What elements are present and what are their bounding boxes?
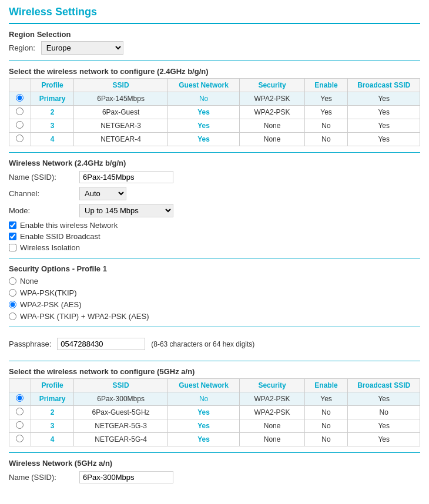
radio-cell[interactable] [9, 392, 31, 406]
col-profile-24: Profile [31, 79, 74, 92]
security-cell: WPA2-PSK [240, 92, 304, 106]
ssid-cell: 6Pax-300Mbps [74, 392, 167, 406]
profile-cell: Primary [31, 392, 74, 406]
col-profile-5: Profile [31, 379, 74, 392]
ssid-name-input[interactable] [79, 171, 173, 183]
radio-cell[interactable] [9, 419, 31, 433]
security-cell: None [240, 119, 304, 133]
radio-cell[interactable] [9, 433, 31, 446]
region-select[interactable]: Europe North America Asia Australia [41, 41, 123, 55]
profile-cell: 2 [31, 106, 74, 119]
broadcast-cell: Yes [348, 392, 420, 406]
top-divider [9, 23, 420, 24]
region-field-label: Region: [9, 43, 35, 52]
security-section: Security Options - Profile 1 None WPA-PS… [9, 264, 420, 321]
wn-5-title: Wireless Network (5GHz a/n) [9, 459, 420, 468]
ssid-cell: NETGEAR-5G-3 [74, 419, 167, 433]
broadcast-cell: Yes [348, 92, 420, 106]
profile-radio[interactable] [16, 421, 24, 429]
table-5ghz: Profile SSID Guest Network Security Enab… [9, 378, 420, 446]
region-row: Region: Europe North America Asia Austra… [9, 41, 420, 55]
channel-select[interactable]: Auto 1234 5678 91011 [79, 187, 126, 200]
table-row: 2 6Pax-Guest-5GHz Yes WPA2-PSK No No [9, 406, 420, 419]
passphrase-row: Passphrase: (8-63 characters or 64 hex d… [9, 338, 420, 350]
radio-cell[interactable] [9, 133, 31, 146]
wireless-network-5-section: Wireless Network (5GHz a/n) Name (SSID): [9, 459, 420, 483]
region-section-label: Region Selection [9, 30, 420, 39]
security-option-wpa: WPA-PSK(TKIP) [9, 288, 420, 297]
radio-cell[interactable] [9, 92, 31, 106]
enable-cell: No [304, 433, 348, 446]
section-divider-5 [9, 361, 420, 361]
mode-select[interactable]: Up to 54 Mbps Up to 145 Mbps Up to 300 M… [79, 204, 173, 217]
table-5ghz-header: Select the wireless network to configure… [9, 367, 420, 376]
ssid-name-label: Name (SSID): [9, 173, 79, 182]
ssid-5-name-input[interactable] [79, 471, 173, 483]
profile-radio[interactable] [16, 408, 24, 415]
radio-cell[interactable] [9, 119, 31, 133]
table-24ghz-header: Select the wireless network to configure… [9, 67, 420, 76]
enable-cell: Yes [304, 392, 348, 406]
profile-cell: 3 [31, 119, 74, 133]
radio-cell[interactable] [9, 406, 31, 419]
enable-cell: No [304, 419, 348, 433]
table-24ghz: Profile SSID Guest Network Security Enab… [9, 78, 420, 146]
profile-radio[interactable] [16, 94, 24, 102]
mode-label: Mode: [9, 206, 79, 215]
table-row: 3 NETGEAR-3 Yes None No Yes [9, 119, 420, 133]
profile-cell: 2 [31, 406, 74, 419]
profile-radio[interactable] [16, 394, 24, 402]
security-label-none: None [20, 277, 38, 285]
guest-cell: Yes [167, 433, 240, 446]
wn-24-title: Wireless Network (2.4GHz b/g/n) [9, 159, 420, 167]
col-radio-24 [9, 79, 31, 92]
security-radio-wpa[interactable] [9, 289, 16, 297]
profile-cell: 3 [31, 419, 74, 433]
passphrase-input[interactable] [57, 338, 145, 350]
table-row: Primary 6Pax-145Mbps No WPA2-PSK Yes Yes [9, 92, 420, 106]
col-security-24: Security [240, 79, 304, 92]
guest-cell: Yes [167, 419, 240, 433]
col-broadcast-5: Broadcast SSID [348, 379, 420, 392]
profile-radio[interactable] [16, 435, 24, 442]
page-title: Wireless Settings [9, 6, 420, 18]
profile-radio[interactable] [16, 135, 24, 142]
table-row: 2 6Pax-Guest Yes WPA2-PSK Yes Yes [9, 106, 420, 119]
security-cell: WPA2-PSK [240, 392, 304, 406]
enable-cell: Yes [304, 106, 348, 119]
broadcast-cell: Yes [348, 119, 420, 133]
section-divider-4 [9, 327, 420, 327]
security-radio-none[interactable] [9, 277, 16, 285]
enable-network-checkbox[interactable] [9, 221, 16, 229]
radio-cell[interactable] [9, 106, 31, 119]
section-divider-2 [9, 152, 420, 153]
security-radio-wpamix[interactable] [9, 313, 16, 320]
wireless-isolation-checkbox[interactable] [9, 244, 16, 251]
broadcast-cell: Yes [348, 106, 420, 119]
guest-cell: Yes [167, 119, 240, 133]
col-broadcast-24: Broadcast SSID [348, 79, 420, 92]
ssid-5-name-row: Name (SSID): [9, 471, 420, 483]
ssid-name-row: Name (SSID): [9, 171, 420, 183]
guest-cell: Yes [167, 106, 240, 119]
profile-radio[interactable] [16, 107, 24, 115]
enable-broadcast-row: Enable SSID Broadcast [9, 232, 420, 241]
section-divider-3 [9, 258, 420, 258]
wireless-network-24-section: Wireless Network (2.4GHz b/g/n) Name (SS… [9, 159, 420, 252]
guest-cell: Yes [167, 133, 240, 146]
ssid-cell: NETGEAR-4 [74, 133, 167, 146]
table-row: 4 NETGEAR-4 Yes None No Yes [9, 133, 420, 146]
ssid-5-name-label: Name (SSID): [9, 473, 79, 482]
enable-broadcast-label: Enable SSID Broadcast [20, 232, 100, 241]
table-row: 3 NETGEAR-5G-3 Yes None No Yes [9, 419, 420, 433]
enable-broadcast-checkbox[interactable] [9, 233, 16, 240]
broadcast-cell: No [348, 406, 420, 419]
passphrase-hint: (8-63 characters or 64 hex digits) [151, 340, 254, 348]
enable-network-label: Enable this wireless Network [20, 221, 118, 230]
col-enable-24: Enable [304, 79, 348, 92]
security-radio-wpa2[interactable] [9, 301, 16, 308]
enable-cell: No [304, 119, 348, 133]
profile-radio[interactable] [16, 121, 24, 129]
ssid-cell: 6Pax-145Mbps [74, 92, 167, 106]
broadcast-cell: Yes [348, 433, 420, 446]
